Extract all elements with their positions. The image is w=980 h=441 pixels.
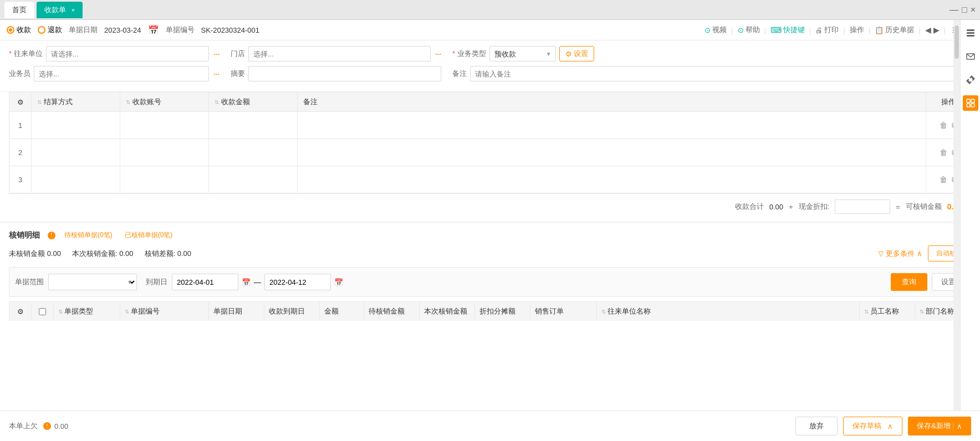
- video-btn[interactable]: ⊙ 视频: [705, 25, 727, 35]
- business-type-wrapper: 预收款 ▼: [489, 46, 556, 61]
- bth-gear[interactable]: ⚙: [9, 303, 32, 320]
- svg-rect-7: [971, 104, 974, 107]
- bth-type-label: 单据类型: [64, 306, 93, 316]
- row3-remark[interactable]: [298, 166, 926, 193]
- tab-done[interactable]: 已核销单据(0笔): [121, 229, 176, 241]
- partner-input[interactable]: [46, 46, 209, 61]
- th-remark: 备注: [298, 93, 926, 111]
- select-all-checkbox[interactable]: [39, 308, 46, 315]
- row1-delete-icon[interactable]: 🗑: [940, 121, 947, 130]
- store-input[interactable]: [248, 46, 431, 61]
- table-footer: 收款合计 0.00 + 现金折扣: = 可核销金额 0.00: [9, 193, 971, 219]
- row1-account[interactable]: [120, 112, 209, 139]
- th-amount: ⇅ 收款金额: [209, 93, 298, 111]
- row3-account[interactable]: [120, 166, 209, 193]
- staff-ellipsis[interactable]: ···: [213, 70, 220, 78]
- date-from-input[interactable]: [172, 274, 238, 290]
- bth-date-label: 单据日期: [213, 306, 242, 316]
- row2-remark[interactable]: [298, 139, 926, 166]
- tab-bar: 首页 收款单 × — □ ×: [0, 0, 980, 20]
- next-icon[interactable]: ▶: [933, 25, 940, 34]
- date-to-input[interactable]: [264, 274, 331, 290]
- save-new-group: 保存&新增 ∧: [908, 417, 971, 435]
- row2-amount[interactable]: [209, 139, 298, 166]
- radio-refund[interactable]: 退款: [38, 25, 62, 35]
- row1-remark[interactable]: [298, 112, 926, 139]
- th-gear[interactable]: ⚙: [9, 94, 32, 111]
- bth-dept-label: 部门名称: [926, 306, 955, 316]
- summary-input[interactable]: [248, 66, 441, 81]
- tab-home[interactable]: 首页: [4, 2, 34, 18]
- save-new-button[interactable]: 保存&新增 ∧: [908, 417, 971, 435]
- settings-button[interactable]: ⚙ 设置: [559, 46, 594, 61]
- scrollbar-thumb[interactable]: [955, 25, 959, 59]
- toolbar-right: ⊙ 视频 | ⊙ 帮助 | ⌨ 快捷键 | 🖨 打印 | 操作 |: [705, 24, 973, 35]
- bth-date: 单据日期: [209, 302, 264, 321]
- store-ellipsis[interactable]: ···: [435, 50, 441, 58]
- query-button[interactable]: 查询: [891, 273, 927, 291]
- table-row: 3 🗑 ⧉: [9, 166, 971, 193]
- business-type-select[interactable]: 预收款: [489, 46, 556, 61]
- tab-collection[interactable]: 收款单 ×: [37, 2, 83, 18]
- row3-settle[interactable]: [32, 166, 120, 193]
- prev-icon[interactable]: ◀: [925, 25, 931, 34]
- save-new-arrow-icon[interactable]: ∧: [953, 422, 962, 430]
- staff-input[interactable]: [34, 66, 209, 81]
- tab-close-icon[interactable]: ×: [72, 7, 75, 13]
- more-conditions-btn[interactable]: ▽ 更多条件 ∧: [878, 249, 922, 259]
- scrollbar-track: [953, 20, 960, 441]
- calendar-icon[interactable]: 📅: [148, 25, 159, 35]
- window-controls: — □ ×: [950, 5, 976, 15]
- bth-check[interactable]: [32, 304, 54, 320]
- help-btn[interactable]: ⊙ 帮助: [738, 25, 760, 35]
- note-input[interactable]: [470, 66, 971, 81]
- business-type-field: * 业务类型 预收款 ▼ ⚙ 设置: [452, 46, 971, 61]
- row2-delete-icon[interactable]: 🗑: [940, 148, 947, 157]
- row2-account[interactable]: [120, 139, 209, 166]
- bth-num-label: 单据编号: [131, 306, 160, 316]
- svg-rect-1: [967, 32, 974, 34]
- row1-settle[interactable]: [32, 112, 120, 139]
- sidebar-expand-icon[interactable]: [963, 95, 978, 111]
- right-sidebar: [960, 20, 980, 441]
- tab-home-label: 首页: [12, 6, 27, 14]
- row1-amount[interactable]: [209, 112, 298, 139]
- range-select[interactable]: [48, 274, 137, 290]
- row3-delete-icon[interactable]: 🗑: [940, 175, 947, 184]
- plus-sign: +: [789, 203, 793, 211]
- row1-num: 1: [9, 112, 32, 139]
- row2-settle[interactable]: [32, 139, 120, 166]
- sidebar-mail-icon[interactable]: [963, 49, 978, 64]
- discount-input[interactable]: [835, 199, 890, 214]
- filter-icon: ▽: [878, 249, 884, 258]
- chevron-up-icon: ∧: [917, 249, 922, 258]
- maximize-icon[interactable]: □: [962, 5, 967, 15]
- sidebar-link-icon[interactable]: [963, 72, 978, 88]
- info-label: 本单上欠: [9, 421, 38, 431]
- shortcut-btn[interactable]: ⌨ 快捷键: [770, 25, 805, 35]
- save-draft-button[interactable]: 保存草稿 ∧: [843, 417, 902, 435]
- radio-collection[interactable]: 收款: [7, 25, 31, 35]
- calendar-from-icon[interactable]: 📅: [242, 278, 251, 286]
- tab-pending[interactable]: 待核销单据(0笔): [61, 229, 116, 241]
- row3-amount[interactable]: [209, 166, 298, 193]
- partner-label: * 往来单位: [9, 49, 43, 59]
- date-label: 单据日期: [69, 25, 98, 35]
- print-btn[interactable]: 🖨 打印: [815, 25, 839, 35]
- abandon-button[interactable]: 放弃: [795, 417, 838, 435]
- operation-btn[interactable]: 操作: [850, 25, 864, 35]
- due-date-field: 到期日 📅 — 📅: [146, 274, 343, 290]
- bth-current-label: 本次核销金额: [424, 306, 467, 316]
- verify-title: 核销明细: [9, 230, 40, 240]
- svg-rect-4: [967, 99, 970, 102]
- toolbar: 收款 退款 单据日期 2023-03-24 📅 单据编号 SK-20230324…: [0, 20, 980, 40]
- bottom-info-icon: !: [43, 422, 51, 430]
- close-window-icon[interactable]: ×: [971, 5, 976, 15]
- save-draft-arrow-icon[interactable]: ∧: [884, 422, 893, 430]
- sidebar-table-icon[interactable]: [963, 25, 978, 41]
- history-btn[interactable]: 📋 历史单据: [875, 25, 914, 35]
- table-row: 1 🗑 ⧉: [9, 112, 971, 139]
- partner-ellipsis[interactable]: ···: [213, 50, 220, 58]
- minimize-icon[interactable]: —: [950, 5, 958, 15]
- calendar-to-icon[interactable]: 📅: [334, 278, 343, 286]
